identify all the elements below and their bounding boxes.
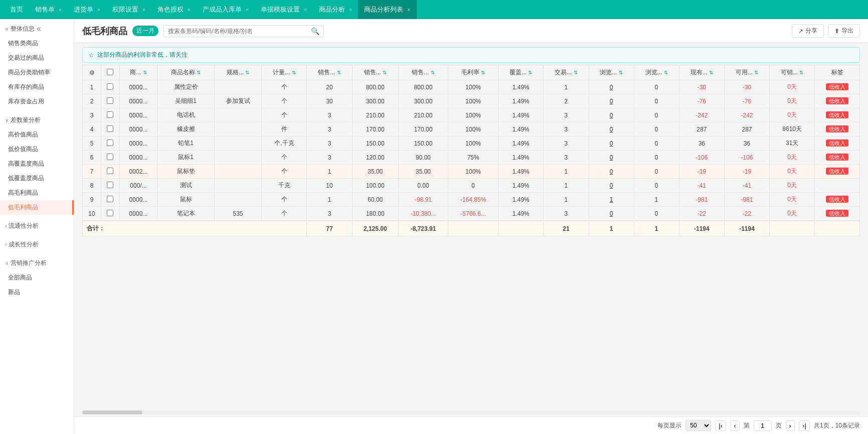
- sidebar-item-low-profit[interactable]: 低毛利商品: [0, 200, 74, 215]
- close-role-icon[interactable]: ×: [188, 7, 191, 13]
- views1-link[interactable]: 0: [610, 182, 613, 189]
- close-sales-icon[interactable]: ×: [59, 7, 62, 13]
- row-select-checkbox[interactable]: [107, 182, 113, 188]
- col-unit[interactable]: 计量... ⇅: [262, 65, 307, 80]
- row-views1[interactable]: 0: [589, 122, 634, 136]
- sidebar-group-title-marketing[interactable]: ∨ 营销推广分析: [0, 256, 74, 270]
- views1-link[interactable]: 1: [610, 196, 613, 203]
- row-checkbox[interactable]: [101, 108, 119, 122]
- prev-page-button[interactable]: ‹: [730, 420, 739, 431]
- row-views1[interactable]: 0: [589, 207, 634, 221]
- views1-link[interactable]: 0: [610, 140, 613, 147]
- last-page-button[interactable]: ›|: [799, 420, 810, 431]
- sidebar-item-category-rate[interactable]: 商品分类助销率: [0, 65, 74, 80]
- nav-template[interactable]: 单据模板设置 ×: [255, 0, 313, 19]
- col-views1[interactable]: 浏览... ⇅: [589, 65, 634, 80]
- row-checkbox[interactable]: [101, 151, 119, 165]
- select-all-checkbox[interactable]: [107, 69, 113, 75]
- views1-link[interactable]: 0: [610, 168, 613, 175]
- col-gross-rate[interactable]: 毛利率 ⇅: [448, 65, 498, 80]
- row-views1[interactable]: 0: [589, 165, 634, 179]
- row-views1[interactable]: 0: [589, 136, 634, 151]
- views1-link[interactable]: 0: [610, 112, 613, 119]
- close-goods-analysis-icon[interactable]: ×: [349, 7, 352, 13]
- sidebar-item-new-goods[interactable]: 新品: [0, 285, 74, 300]
- export-button[interactable]: ⬆ 导出: [828, 24, 860, 38]
- col-sale-amount[interactable]: 销售... ⇅: [352, 65, 398, 80]
- row-checkbox[interactable]: [101, 136, 119, 151]
- sidebar-item-low-coverage[interactable]: 低覆盖度商品: [0, 171, 74, 186]
- col-sellable[interactable]: 可销... ⇅: [770, 65, 815, 80]
- col-sale-profit[interactable]: 销售... ⇅: [399, 65, 448, 80]
- nav-goods-analysis-list[interactable]: 商品分析列表 ×: [358, 0, 416, 19]
- nav-permission[interactable]: 权限设置 ×: [106, 0, 151, 19]
- col-sale-qty[interactable]: 销售... ⇅: [307, 65, 352, 80]
- sidebar-item-high-value[interactable]: 高价值商品: [0, 127, 74, 142]
- sidebar-item-in-stock[interactable]: 有库存的商品: [0, 80, 74, 94]
- views1-link[interactable]: 0: [610, 126, 613, 133]
- nav-home[interactable]: 首页: [4, 0, 29, 19]
- per-page-select[interactable]: 50 100 200: [685, 420, 711, 431]
- col-settings[interactable]: ⚙: [83, 65, 101, 80]
- search-icon[interactable]: 🔍: [311, 27, 319, 35]
- col-views2[interactable]: 浏览... ⇅: [634, 65, 679, 80]
- row-checkbox[interactable]: [101, 193, 119, 207]
- nav-goods-analysis[interactable]: 商品分析 ×: [313, 0, 358, 19]
- sidebar-item-inventory-capital[interactable]: 库存资金占用: [0, 94, 74, 109]
- next-page-button[interactable]: ›: [786, 420, 795, 431]
- row-views1[interactable]: 0: [589, 80, 634, 94]
- row-select-checkbox[interactable]: [107, 83, 113, 90]
- row-checkbox[interactable]: [101, 165, 119, 179]
- row-select-checkbox[interactable]: [107, 168, 113, 174]
- col-current[interactable]: 现有... ⇅: [679, 65, 724, 80]
- sidebar-item-low-value[interactable]: 低价值商品: [0, 142, 74, 157]
- close-template-icon[interactable]: ×: [304, 7, 307, 13]
- sidebar-item-high-profit[interactable]: 高毛利商品: [0, 186, 74, 200]
- row-views1[interactable]: 0: [589, 94, 634, 108]
- views1-link[interactable]: 0: [610, 154, 613, 161]
- row-checkbox[interactable]: [101, 94, 119, 108]
- row-select-checkbox[interactable]: [107, 196, 113, 202]
- views1-link[interactable]: 0: [610, 210, 613, 217]
- views1-link[interactable]: 0: [610, 84, 613, 91]
- row-views1[interactable]: 0: [589, 179, 634, 193]
- row-views1[interactable]: 0: [589, 151, 634, 165]
- row-select-checkbox[interactable]: [107, 97, 113, 104]
- search-input[interactable]: [168, 28, 311, 35]
- row-checkbox[interactable]: [101, 80, 119, 94]
- row-select-checkbox[interactable]: [107, 139, 113, 146]
- row-checkbox[interactable]: [101, 122, 119, 136]
- views1-link[interactable]: 0: [610, 98, 613, 105]
- sidebar-group-title-circulation[interactable]: › 流通性分析: [0, 219, 74, 233]
- sidebar-item-all-goods[interactable]: 全部商品: [0, 270, 74, 285]
- col-code[interactable]: 商... ⇅: [119, 65, 157, 80]
- nav-product-entry[interactable]: 产成品入库单 ×: [197, 0, 255, 19]
- close-goods-analysis-list-icon[interactable]: ×: [407, 7, 410, 13]
- nav-sales[interactable]: 销售单 ×: [29, 0, 68, 19]
- row-select-checkbox[interactable]: [107, 125, 113, 132]
- row-views1[interactable]: 1: [589, 193, 634, 207]
- row-select-checkbox[interactable]: [107, 111, 113, 118]
- sidebar-group-title-overview[interactable]: ∨ 整体信息 «: [0, 21, 74, 36]
- date-range-badge[interactable]: 近一月: [132, 26, 158, 36]
- page-number-input[interactable]: [754, 420, 772, 431]
- horizontal-scrollbar-thumb[interactable]: [82, 410, 142, 414]
- sidebar-item-traded-goods[interactable]: 交易过的商品: [0, 51, 74, 65]
- sidebar-item-sales-goods[interactable]: 销售类商品: [0, 36, 74, 51]
- col-coverage[interactable]: 覆盖... ⇅: [498, 65, 544, 80]
- nav-role[interactable]: 角色授权 ×: [151, 0, 197, 19]
- row-select-checkbox[interactable]: [107, 210, 113, 216]
- col-transactions[interactable]: 交易... ⇅: [544, 65, 589, 80]
- row-views1[interactable]: 0: [589, 108, 634, 122]
- col-spec[interactable]: 规格... ⇅: [214, 65, 262, 80]
- row-checkbox[interactable]: [101, 179, 119, 193]
- first-page-button[interactable]: |‹: [715, 420, 726, 431]
- sidebar-group-title-growth[interactable]: › 成长性分析: [0, 237, 74, 252]
- row-select-checkbox[interactable]: [107, 154, 113, 160]
- collapse-overview-btn[interactable]: «: [37, 24, 41, 33]
- close-purchase-icon[interactable]: ×: [97, 7, 100, 13]
- sidebar-group-title-quantity[interactable]: ∨ 差数量分析: [0, 113, 74, 127]
- horizontal-scrollbar-track[interactable]: [82, 410, 860, 414]
- col-available[interactable]: 可用... ⇅: [724, 65, 769, 80]
- nav-purchase[interactable]: 进货单 ×: [68, 0, 106, 19]
